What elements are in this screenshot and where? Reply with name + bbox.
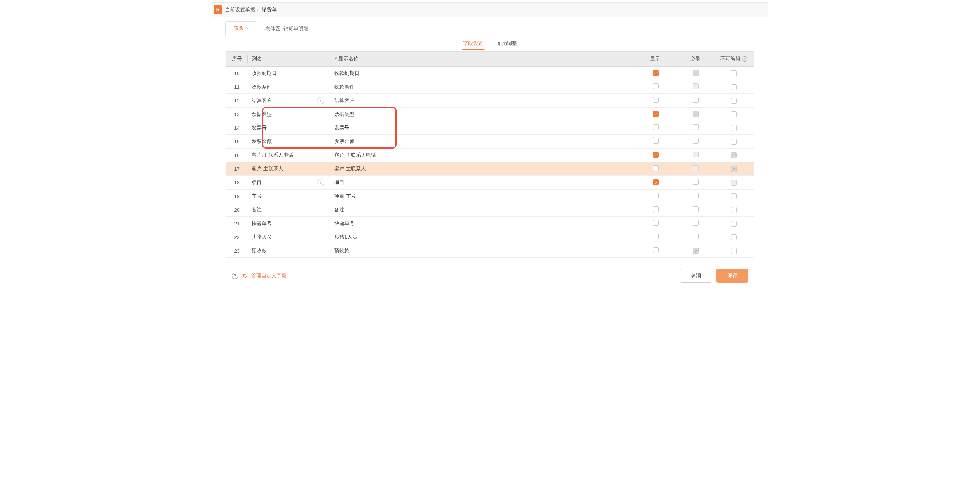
cell-seq: 22 bbox=[226, 234, 247, 240]
help-icon[interactable]: ? bbox=[742, 56, 748, 62]
add-child-button[interactable]: + bbox=[317, 97, 324, 104]
cell-seq: 18 bbox=[226, 180, 247, 186]
checkbox-show[interactable] bbox=[653, 152, 659, 158]
cancel-button[interactable]: 取消 bbox=[680, 269, 711, 283]
cell-display-name[interactable]: 快递单号 bbox=[329, 220, 634, 227]
header-label: 当前设置单据： bbox=[225, 6, 260, 13]
cell-readonly bbox=[714, 84, 754, 90]
checkbox-show[interactable] bbox=[653, 97, 659, 103]
table-row[interactable]: 21快递单号快递单号 bbox=[226, 217, 754, 231]
cell-display-name[interactable]: 客户.主联系人 bbox=[329, 166, 634, 172]
manage-custom-fields-link[interactable]: 管理自定义字段 bbox=[251, 272, 286, 279]
table-row[interactable]: 20备注备注 bbox=[226, 203, 754, 217]
cell-show bbox=[634, 124, 677, 131]
cell-display-name[interactable]: 客户.主联系人电话 bbox=[329, 152, 634, 159]
checkbox-required[interactable] bbox=[693, 234, 698, 239]
header-doc-type: 销货单 bbox=[262, 6, 277, 13]
cell-display-name[interactable]: 发票金额 bbox=[329, 139, 634, 145]
checkbox-readonly[interactable] bbox=[731, 98, 737, 103]
checkbox-show[interactable] bbox=[653, 247, 659, 253]
checkbox-show[interactable] bbox=[653, 220, 659, 226]
checkbox-show[interactable] bbox=[653, 70, 659, 76]
subtab-field-settings[interactable]: 字段设置 bbox=[461, 37, 485, 49]
checkbox-required[interactable] bbox=[693, 220, 698, 226]
checkbox-required[interactable] bbox=[693, 193, 698, 199]
checkbox-readonly[interactable] bbox=[731, 221, 737, 226]
checkbox-readonly bbox=[731, 153, 737, 158]
table-row[interactable]: 16客户.主联系人电话客户.主联系人电话 bbox=[226, 148, 754, 162]
checkbox-required[interactable] bbox=[693, 97, 698, 103]
cell-readonly bbox=[714, 111, 754, 117]
cell-show bbox=[634, 97, 677, 104]
cell-display-name[interactable]: 项目.车号 bbox=[329, 193, 634, 199]
cell-readonly bbox=[714, 221, 754, 226]
checkbox-required[interactable] bbox=[693, 179, 698, 185]
table-row[interactable]: 11收款条件收款条件 bbox=[226, 80, 754, 94]
checkbox-show[interactable] bbox=[653, 124, 659, 130]
cell-display-name[interactable]: 项目 bbox=[329, 180, 634, 186]
checkbox-readonly[interactable] bbox=[731, 139, 737, 145]
table-row[interactable]: 23预收款预收款 bbox=[226, 244, 754, 258]
cell-readonly bbox=[714, 180, 754, 186]
table-row[interactable]: 13票据类型票据类型 bbox=[226, 108, 754, 121]
cell-display-name[interactable]: 结算客户 bbox=[329, 97, 634, 104]
expand-panel-button[interactable] bbox=[213, 5, 222, 14]
checkbox-readonly[interactable] bbox=[731, 111, 737, 117]
chevron-right-double-icon bbox=[215, 7, 220, 12]
table-row[interactable]: 22步骤人员步骤1人员 bbox=[226, 231, 754, 244]
cell-required bbox=[677, 124, 714, 131]
cell-required bbox=[677, 152, 714, 159]
checkbox-readonly[interactable] bbox=[731, 207, 737, 213]
cell-show bbox=[634, 193, 677, 199]
cell-display-name[interactable]: 收款条件 bbox=[329, 84, 634, 90]
cell-seq: 15 bbox=[226, 139, 247, 145]
cell-display-name[interactable]: 步骤1人员 bbox=[329, 234, 634, 240]
table-row[interactable]: 12结算客户+结算客户 bbox=[226, 94, 754, 108]
table-row[interactable]: 10收款到期日收款到期日 bbox=[226, 67, 754, 80]
checkbox-required[interactable] bbox=[693, 138, 698, 144]
table-body: 10收款到期日收款到期日11收款条件收款条件12结算客户+结算客户13票据类型票… bbox=[226, 67, 754, 258]
checkbox-required[interactable] bbox=[693, 206, 698, 212]
footer-right: 取消 保存 bbox=[680, 269, 748, 283]
cell-required bbox=[677, 97, 714, 104]
cell-display-name[interactable]: 发票号 bbox=[329, 125, 634, 131]
cell-readonly bbox=[714, 139, 754, 145]
checkbox-show[interactable] bbox=[653, 206, 659, 212]
add-child-button[interactable]: + bbox=[317, 179, 324, 186]
help-circle-icon[interactable]: ? bbox=[232, 272, 239, 279]
cell-display-name[interactable]: 预收款 bbox=[329, 248, 634, 254]
checkbox-show[interactable] bbox=[653, 166, 659, 171]
checkbox-readonly[interactable] bbox=[731, 234, 737, 240]
table-row[interactable]: 15发票金额发票金额 bbox=[226, 135, 754, 148]
checkbox-readonly[interactable] bbox=[731, 193, 737, 199]
cell-readonly bbox=[714, 248, 754, 254]
table-row[interactable]: 18项目+项目 bbox=[226, 176, 754, 189]
tab-header-area[interactable]: 表头区 bbox=[225, 21, 257, 36]
cell-display-name[interactable]: 票据类型 bbox=[329, 111, 634, 118]
checkbox-show[interactable] bbox=[653, 180, 659, 185]
checkbox-show[interactable] bbox=[653, 193, 659, 199]
cell-readonly bbox=[714, 153, 754, 158]
cell-seq: 11 bbox=[226, 84, 247, 90]
cell-col-name: 备注 bbox=[247, 207, 329, 213]
save-button[interactable]: 保存 bbox=[716, 269, 748, 283]
checkbox-show[interactable] bbox=[653, 111, 659, 117]
tab-body-area[interactable]: 表体区–销货单明细 bbox=[257, 22, 317, 36]
checkbox-show[interactable] bbox=[653, 138, 659, 144]
cell-col-name: 客户.主联系人电话 bbox=[247, 152, 329, 159]
checkbox-readonly[interactable] bbox=[731, 70, 737, 76]
cell-seq: 20 bbox=[226, 207, 247, 213]
cell-display-name[interactable]: 收款到期日 bbox=[329, 70, 634, 76]
table-row[interactable]: 19车号项目.车号 bbox=[226, 189, 754, 203]
cell-col-name: 收款到期日 bbox=[247, 70, 329, 76]
checkbox-show[interactable] bbox=[653, 234, 659, 239]
subtab-layout-adjust[interactable]: 布局调整 bbox=[495, 37, 519, 49]
cell-display-name[interactable]: 备注 bbox=[329, 207, 634, 213]
table-row[interactable]: 14发票号发票号 bbox=[226, 121, 754, 135]
checkbox-readonly[interactable] bbox=[731, 84, 737, 90]
checkbox-required[interactable] bbox=[693, 124, 698, 130]
checkbox-readonly[interactable] bbox=[731, 248, 737, 254]
checkbox-readonly[interactable] bbox=[731, 125, 737, 131]
checkbox-show[interactable] bbox=[653, 83, 659, 89]
table-row[interactable]: 17客户.主联系人客户.主联系人 bbox=[226, 162, 754, 176]
